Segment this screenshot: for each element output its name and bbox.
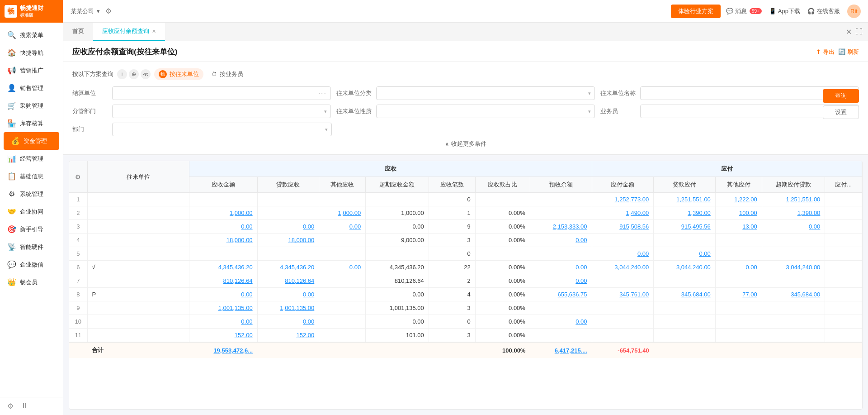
sidebar-item-finance[interactable]: 💰 资金管理 — [4, 132, 59, 150]
row-other-ap[interactable] — [715, 247, 762, 261]
sidebar-item-system[interactable]: ⚙ 系统管理 — [0, 185, 63, 203]
sidebar-item-inventory[interactable]: 🏪 库存核算 — [0, 114, 63, 132]
filter-by-staff[interactable]: ⏱ 按业务员 — [207, 68, 248, 80]
row-advance-bal[interactable] — [530, 247, 592, 261]
row-loan-ap[interactable]: 1,390.00 — [654, 206, 716, 220]
collapse-more-conditions-btn[interactable]: ∧ 收起更多条件 — [445, 140, 486, 148]
row-ap-amount[interactable]: 345,761.00 — [592, 288, 654, 301]
row-advance-bal[interactable]: 0.00 — [530, 315, 592, 329]
row-ar-amount[interactable]: 1,000.00 — [189, 206, 258, 220]
row-loan-ar[interactable]: 152.00 — [257, 329, 319, 343]
row-ap-amount[interactable] — [592, 315, 654, 329]
solution-btn[interactable]: 体验行业方案 — [671, 5, 721, 18]
row-other-ap[interactable] — [715, 301, 762, 315]
row-overdue-ap[interactable] — [762, 301, 825, 315]
row-advance-bal[interactable]: 0.00 — [530, 234, 592, 247]
row-ar-amount[interactable]: 0.00 — [189, 315, 258, 329]
footer-ar-amount[interactable]: 19,553,472,6... — [189, 342, 258, 358]
row-loan-ap[interactable]: 3,044,240.00 — [654, 261, 716, 274]
row-loan-ar[interactable]: 0.00 — [257, 315, 319, 329]
tab-close-window-btn[interactable]: ✕ — [846, 28, 852, 36]
row-loan-ar[interactable] — [257, 206, 319, 220]
row-ar-amount[interactable]: 152.00 — [189, 329, 258, 343]
tab-close-btn[interactable]: ✕ — [152, 29, 156, 34]
settings-footer-btn[interactable]: ⚙ — [7, 402, 14, 410]
unit-nature-select[interactable]: ▾ — [376, 105, 595, 118]
row-ar-amount[interactable] — [189, 193, 258, 206]
query-btn[interactable]: 查询 — [823, 89, 859, 103]
sidebar-item-hardware[interactable]: 📡 智能硬件 — [0, 238, 63, 256]
row-ar-amount[interactable]: 4,345,436.20 — [189, 261, 258, 274]
row-advance-bal[interactable] — [530, 301, 592, 315]
row-loan-ar[interactable]: 0.00 — [257, 288, 319, 301]
row-overdue-ap[interactable]: 1,390.00 — [762, 206, 825, 220]
row-ap-amount[interactable] — [592, 301, 654, 315]
row-ap-amount[interactable] — [592, 234, 654, 247]
row-other-ap[interactable]: 13.00 — [715, 220, 762, 234]
row-other-ap[interactable]: 100.00 — [715, 206, 762, 220]
row-advance-bal[interactable] — [530, 329, 592, 343]
tab-home[interactable]: 首页 — [63, 23, 93, 41]
table-settings-icon[interactable]: ⚙ — [75, 173, 81, 181]
row-other-ap[interactable]: 77.00 — [715, 288, 762, 301]
row-loan-ar[interactable]: 18,000.00 — [257, 234, 319, 247]
row-ar-amount[interactable]: 0.00 — [189, 288, 258, 301]
row-loan-ar[interactable]: 810,126.64 — [257, 274, 319, 288]
tab-balance-query[interactable]: 应收应付余额查询 ✕ — [93, 23, 165, 41]
row-other-ar[interactable] — [319, 329, 366, 343]
row-ar-amount[interactable]: 0.00 — [189, 220, 258, 234]
sidebar-item-wechat[interactable]: 💬 企业微信 — [0, 256, 63, 273]
row-other-ar[interactable] — [319, 288, 366, 301]
tab-expand-btn[interactable]: ⛶ — [855, 28, 863, 36]
filter-settings-btn[interactable]: ⊕ — [129, 69, 139, 79]
app-download-btn[interactable]: 📱 App下载 — [769, 7, 800, 15]
row-ar-amount[interactable]: 18,000.00 — [189, 234, 258, 247]
row-overdue-ap[interactable] — [762, 234, 825, 247]
row-loan-ap[interactable] — [654, 301, 716, 315]
sidebar-item-guide[interactable]: 🎯 新手引导 — [0, 220, 63, 238]
filter-by-unit[interactable]: 畅 按往来单位 — [154, 68, 203, 80]
row-advance-bal[interactable]: 0.00 — [530, 261, 592, 274]
row-other-ap[interactable] — [715, 274, 762, 288]
dept-select[interactable]: ▾ — [112, 123, 332, 136]
row-other-ar[interactable] — [319, 274, 366, 288]
table-settings-header[interactable]: ⚙ — [69, 161, 87, 193]
company-selector[interactable]: 某某公司 ▾ — [71, 7, 100, 15]
row-loan-ap[interactable] — [654, 329, 716, 343]
sidebar-item-sales[interactable]: 👤 销售管理 — [0, 79, 63, 97]
dept-manager-select[interactable]: ▾ — [112, 105, 331, 118]
row-other-ap[interactable]: 0.00 — [715, 261, 762, 274]
sidebar-item-quick-nav[interactable]: 🏠 快捷导航 — [0, 44, 63, 62]
row-loan-ar[interactable] — [257, 193, 319, 206]
settings-gear-icon[interactable]: ⚙ — [105, 7, 112, 15]
row-other-ar[interactable]: 0.00 — [319, 220, 366, 234]
row-overdue-ap[interactable] — [762, 315, 825, 329]
row-loan-ap[interactable] — [654, 274, 716, 288]
row-overdue-ap[interactable] — [762, 247, 825, 261]
row-other-ar[interactable] — [319, 247, 366, 261]
row-other-ar[interactable] — [319, 234, 366, 247]
sidebar-item-search-menu[interactable]: 🔍 搜索菜单 — [0, 26, 63, 44]
row-loan-ap[interactable]: 915,495.56 — [654, 220, 716, 234]
row-ap-amount[interactable]: 915,508.56 — [592, 220, 654, 234]
settlement-unit-dots[interactable]: ··· — [318, 89, 327, 97]
row-ap-amount[interactable]: 1,490.00 — [592, 206, 654, 220]
row-loan-ap[interactable]: 0.00 — [654, 247, 716, 261]
row-ap-amount[interactable]: 3,044,240.00 — [592, 261, 654, 274]
row-other-ap[interactable] — [715, 329, 762, 343]
row-overdue-ap[interactable]: 1,251,551.00 — [762, 193, 825, 206]
row-loan-ar[interactable]: 1,001,135.00 — [257, 301, 319, 315]
row-other-ap[interactable]: 1,222.00 — [715, 193, 762, 206]
setting-btn[interactable]: 设置 — [823, 105, 859, 119]
row-overdue-ap[interactable]: 345,684.00 — [762, 288, 825, 301]
row-advance-bal[interactable] — [530, 193, 592, 206]
sidebar-item-marketing[interactable]: 📢 营销推广 — [0, 62, 63, 79]
row-advance-bal[interactable]: 0.00 — [530, 274, 592, 288]
row-ar-amount[interactable]: 810,126.64 — [189, 274, 258, 288]
collapse-sidebar-btn[interactable]: ⏸ — [21, 402, 28, 410]
row-loan-ap[interactable]: 345,684.00 — [654, 288, 716, 301]
row-loan-ar[interactable]: 4,345,436.20 — [257, 261, 319, 274]
row-other-ar[interactable] — [319, 193, 366, 206]
sidebar-item-operation[interactable]: 📊 经营管理 — [0, 150, 63, 167]
row-loan-ap[interactable]: 1,251,551.00 — [654, 193, 716, 206]
